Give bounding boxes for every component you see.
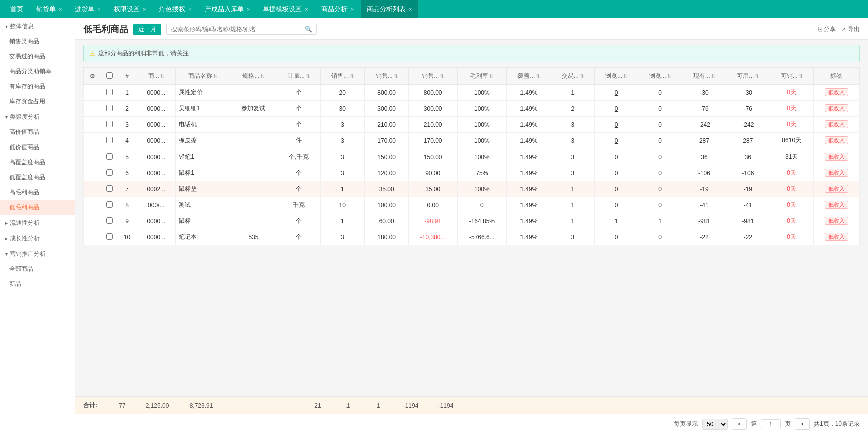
nav-home[interactable]: 首页 — [4, 0, 29, 18]
sales-price-column-header[interactable]: 销售...⇅ — [365, 68, 408, 85]
row-checkbox[interactable] — [106, 89, 113, 95]
page-size-select[interactable]: 50 100 200 — [702, 419, 728, 430]
close-icon[interactable]: × — [188, 6, 191, 12]
sidebar-item-in-stock[interactable]: 有库存的商品 — [0, 79, 75, 94]
row-browse1[interactable]: 0 — [594, 229, 638, 245]
sidebar-section-cluster[interactable]: ▾ 类聚度分析 — [0, 109, 75, 124]
nav-role-auth[interactable]: 角色授权 × — [153, 0, 197, 18]
sidebar-item-category-rate[interactable]: 商品分类助销率 — [0, 64, 75, 79]
row-settings-cell — [84, 101, 102, 117]
sidebar-item-high-margin[interactable]: 高毛利商品 — [0, 185, 75, 200]
row-browse1[interactable]: 0 — [594, 197, 638, 213]
row-browse2: 0 — [638, 181, 682, 197]
sidebar-section-overall[interactable]: ▾ 整体信息 — [0, 18, 75, 34]
row-browse1[interactable]: 0 — [594, 181, 638, 197]
row-code: 0000... — [137, 133, 176, 149]
search-icon[interactable]: 🔍 — [305, 26, 312, 33]
row-browse2: 0 — [638, 165, 682, 181]
close-icon[interactable]: × — [351, 6, 354, 12]
close-icon[interactable]: × — [247, 6, 250, 12]
sellable-column-header[interactable]: 可销...⇅ — [770, 68, 813, 85]
row-checkbox[interactable] — [106, 169, 113, 176]
sidebar-item-new-products[interactable]: 新品 — [0, 276, 75, 292]
nav-permission-settings[interactable]: 权限设置 × — [108, 0, 152, 18]
sales-qty-column-header[interactable]: 销售...⇅ — [321, 68, 365, 85]
transaction-column-header[interactable]: 交易...⇅ — [551, 68, 594, 85]
name-column-header[interactable]: 商品名称⇅ — [176, 68, 230, 85]
nav-product-analysis-list[interactable]: 商品分析列表 × — [361, 0, 418, 18]
table-row: 3 0000... 电话机 个 3 210.00 210.00 100% 1.4… — [84, 117, 860, 133]
browse2-column-header[interactable]: 浏览...⇅ — [638, 68, 682, 85]
row-checkbox-cell — [102, 85, 117, 101]
unit-column-header[interactable]: 计量...⇅ — [277, 68, 320, 85]
row-checkbox[interactable] — [106, 153, 113, 160]
nav-product-analysis[interactable]: 商品分析 × — [315, 0, 360, 18]
sidebar-section-growth[interactable]: ▸ 成长性分析 — [0, 230, 75, 246]
sidebar-item-high-value[interactable]: 高价值商品 — [0, 124, 75, 139]
filter-recent-month-button[interactable]: 近一月 — [133, 24, 161, 35]
sidebar-item-inventory-capital[interactable]: 库存资金占用 — [0, 94, 75, 109]
row-unit: 个 — [277, 213, 320, 229]
close-icon[interactable]: × — [97, 6, 100, 12]
row-browse1[interactable]: 0 — [594, 85, 638, 101]
gross-margin-column-header[interactable]: 毛利率⇅ — [457, 68, 507, 85]
search-input[interactable] — [171, 26, 305, 33]
row-checkbox[interactable] — [106, 137, 113, 143]
tag-badge: 低收入 — [825, 185, 848, 193]
products-table: ⚙ # 商...⇅ 商品名称⇅ 规格...⇅ 计量...⇅ 销售...⇅ 销售.… — [83, 67, 860, 245]
row-sales-qty: 20 — [321, 85, 365, 101]
sidebar-item-low-coverage[interactable]: 低覆盖度商品 — [0, 170, 75, 185]
row-browse1[interactable]: 1 — [594, 213, 638, 229]
available-column-header[interactable]: 可用...⇅ — [726, 68, 770, 85]
row-checkbox[interactable] — [106, 217, 113, 224]
browse1-column-header[interactable]: 浏览...⇅ — [594, 68, 638, 85]
sidebar-item-low-value[interactable]: 低价值商品 — [0, 139, 75, 155]
next-page-button[interactable]: ＞ — [795, 418, 810, 430]
row-browse1[interactable]: 0 — [594, 117, 638, 133]
nav-finished-goods[interactable]: 产成品入库单 × — [199, 0, 256, 18]
row-browse1[interactable]: 0 — [594, 133, 638, 149]
row-tag: 低收入 — [813, 197, 859, 213]
row-spec — [230, 133, 277, 149]
sidebar-item-high-coverage[interactable]: 高覆盖度商品 — [0, 155, 75, 170]
sidebar-item-sales-products[interactable]: 销售类商品 — [0, 34, 75, 49]
sidebar-item-low-margin[interactable]: 低毛利商品 — [0, 200, 75, 215]
row-browse1[interactable]: 0 — [594, 149, 638, 165]
coverage-column-header[interactable]: 覆盖...⇅ — [507, 68, 551, 85]
close-icon[interactable]: × — [409, 6, 412, 12]
close-icon[interactable]: × — [59, 6, 62, 12]
share-button[interactable]: ⎘ 分享 — [818, 25, 836, 34]
nav-purchase-order[interactable]: 进货单 × — [69, 0, 106, 18]
row-checkbox[interactable] — [106, 185, 113, 192]
page-suffix: 页 — [785, 420, 791, 428]
settings-column-header[interactable]: ⚙ — [84, 68, 102, 85]
close-icon[interactable]: × — [143, 6, 146, 12]
row-transaction: 1 — [551, 197, 594, 213]
sidebar-item-all-products[interactable]: 全部商品 — [0, 261, 75, 276]
current-stock-column-header[interactable]: 现有...⇅ — [682, 68, 726, 85]
row-checkbox[interactable] — [106, 121, 113, 127]
row-browse1[interactable]: 0 — [594, 101, 638, 117]
row-checkbox[interactable] — [106, 201, 113, 208]
export-button[interactable]: ↗ 导出 — [841, 25, 860, 34]
nav-template-settings[interactable]: 单据模板设置 × — [257, 0, 314, 18]
row-checkbox[interactable] — [106, 105, 113, 111]
close-icon[interactable]: × — [305, 6, 308, 12]
row-current-stock: -30 — [682, 85, 726, 101]
row-checkbox-cell — [102, 181, 117, 197]
row-browse1[interactable]: 0 — [594, 165, 638, 181]
code-column-header[interactable]: 商...⇅ — [137, 68, 176, 85]
row-checkbox[interactable] — [106, 233, 113, 240]
sales-profit-column-header[interactable]: 销售...⇅ — [408, 68, 457, 85]
row-settings-cell — [84, 149, 102, 165]
row-sales-price: 180.00 — [365, 229, 408, 245]
nav-sales-order[interactable]: 销货单 × — [30, 0, 68, 18]
row-available: -22 — [726, 229, 770, 245]
prev-page-button[interactable]: ＜ — [732, 418, 747, 430]
sidebar-section-circulation[interactable]: ▸ 流通性分析 — [0, 215, 75, 230]
sidebar-section-marketing[interactable]: ▾ 营销推广分析 — [0, 246, 75, 261]
select-all-checkbox[interactable] — [106, 72, 113, 79]
spec-column-header[interactable]: 规格...⇅ — [230, 68, 277, 85]
page-number-input[interactable] — [761, 419, 781, 429]
sidebar-item-traded-products[interactable]: 交易过的商品 — [0, 49, 75, 64]
